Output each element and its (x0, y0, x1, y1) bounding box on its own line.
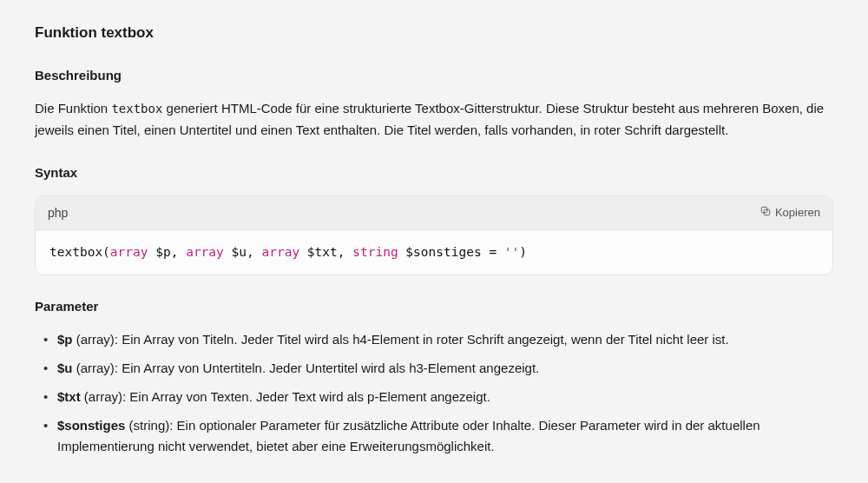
param-name: $p (57, 332, 73, 347)
beschreibung-text: Die Funktion textbox generiert HTML-Code… (35, 98, 833, 142)
code-lang-label: php (48, 203, 68, 222)
copy-button[interactable]: Kopieren (760, 205, 820, 220)
text-pre: Die Funktion (35, 101, 111, 116)
param-type-text: (array): (76, 361, 122, 375)
param-desc: Ein Array von Texten. Jeder Text wird al… (129, 389, 490, 404)
param-name: $u (57, 361, 73, 375)
copy-icon (760, 205, 772, 220)
code-seg: $sonstiges = (398, 245, 504, 259)
param-type-text: (string): (129, 418, 177, 433)
list-item: $u (array): Ein Array von Untertiteln. J… (42, 358, 833, 380)
code-str: '' (504, 245, 519, 259)
param-name: $txt (57, 389, 81, 404)
code-kw: array (261, 245, 299, 259)
param-desc: Ein Array von Untertiteln. Jeder Unterti… (122, 361, 539, 375)
code-kw: array (186, 245, 224, 259)
page-title: Funktion textbox (35, 21, 833, 44)
code-block: php Kopieren textbox(array $p, array $u,… (35, 195, 833, 276)
list-item: $txt (array): Ein Array von Texten. Jede… (42, 387, 833, 408)
parameter-list: $p (array): Ein Array von Titeln. Jeder … (35, 329, 833, 458)
copy-label: Kopieren (775, 206, 820, 219)
code-body: textbox(array $p, array $u, array $txt, … (36, 230, 832, 275)
section-heading-parameter: Parameter (35, 296, 833, 317)
param-name: $sonstiges (57, 418, 125, 433)
code-close: ) (519, 245, 527, 259)
param-type-text: (array): (84, 389, 130, 404)
inline-code-textbox: textbox (111, 102, 162, 116)
code-seg: $txt, (299, 245, 352, 259)
code-fn: textbox( (49, 245, 110, 259)
param-desc: Ein Array von Titeln. Jeder Titel wird a… (122, 332, 729, 347)
code-header: php Kopieren (36, 196, 832, 230)
list-item: $sonstiges (string): Ein optionaler Para… (42, 415, 833, 459)
code-kw: string (352, 245, 398, 259)
section-heading-syntax: Syntax (35, 162, 833, 183)
code-seg: $u, (224, 245, 262, 259)
code-seg: $p, (148, 245, 187, 259)
section-heading-rueckgabe: Rückgabewert (35, 479, 833, 483)
code-kw: array (110, 245, 148, 259)
list-item: $p (array): Ein Array von Titeln. Jeder … (42, 329, 833, 351)
param-type-text: (array): (76, 332, 122, 347)
section-heading-beschreibung: Beschreibung (35, 65, 833, 86)
